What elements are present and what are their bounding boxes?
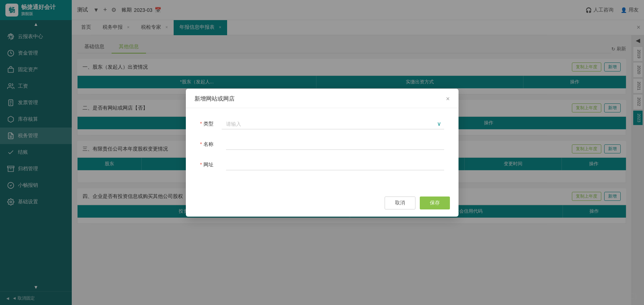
- form-label-type: * 类型: [200, 121, 222, 127]
- form-label-url: * 网址: [200, 162, 222, 168]
- required-star-type: *: [200, 121, 202, 126]
- modal-add-website: 新增网站或网店 × * 类型 ∨ * 名称: [186, 89, 459, 217]
- type-input[interactable]: [222, 119, 444, 129]
- required-star-url: *: [200, 162, 202, 167]
- name-input[interactable]: [226, 139, 444, 150]
- modal-close-btn[interactable]: ×: [446, 96, 450, 102]
- modal-footer: 取消 保存: [186, 191, 459, 217]
- cancel-btn[interactable]: 取消: [385, 197, 415, 209]
- url-input[interactable]: [226, 160, 444, 170]
- dropdown-arrow-icon: ∨: [437, 120, 441, 127]
- modal-body: * 类型 ∨ * 名称 * 网址: [186, 108, 459, 191]
- form-row-name: * 名称: [200, 139, 444, 150]
- save-btn[interactable]: 保存: [420, 197, 450, 209]
- form-row-type: * 类型 ∨: [200, 119, 444, 129]
- modal-title: 新增网站或网店: [194, 95, 235, 103]
- modal-overlay: 新增网站或网店 × * 类型 ∨ * 名称: [0, 0, 644, 305]
- form-label-name: * 名称: [200, 141, 222, 148]
- modal-header: 新增网站或网店 ×: [186, 89, 459, 108]
- required-star-name: *: [200, 141, 202, 147]
- form-row-url: * 网址: [200, 160, 444, 170]
- type-select-wrapper: ∨: [222, 119, 444, 129]
